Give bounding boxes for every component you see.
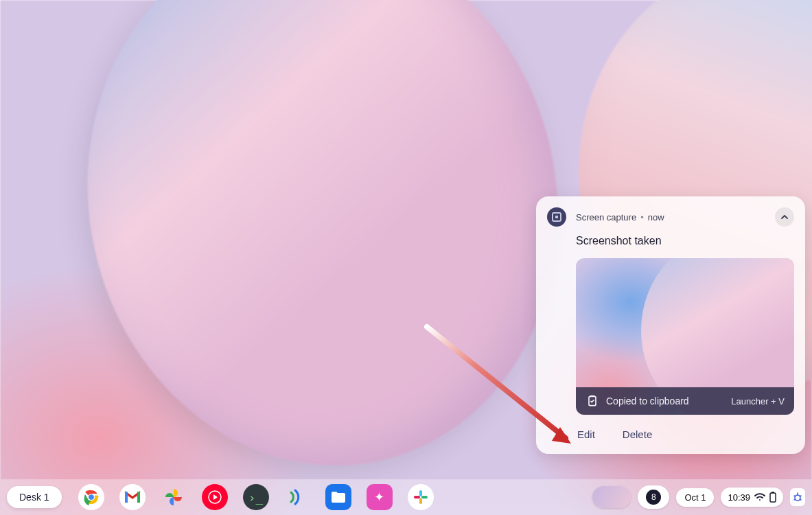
collapse-button[interactable]	[775, 207, 794, 227]
design-app-icon[interactable]: ✦	[367, 484, 393, 510]
gmail-app-icon[interactable]	[119, 484, 146, 510]
clipboard-shortcut: Launcher + V	[731, 396, 785, 407]
notifications-count: 8	[646, 490, 661, 505]
notification-header: Screen capture • now	[547, 207, 794, 227]
date-label: Oct 1	[684, 492, 706, 503]
slack-app-icon[interactable]	[408, 484, 434, 510]
notification-time: now	[648, 212, 664, 222]
files-app-icon[interactable]	[325, 484, 351, 510]
notification-separator: •	[640, 212, 644, 222]
svg-rect-5	[137, 492, 140, 503]
chevron-up-icon	[780, 213, 789, 221]
tote-icon[interactable]	[592, 486, 631, 508]
battery-icon	[769, 492, 776, 503]
edit-button[interactable]: Edit	[576, 426, 596, 443]
clipboard-label: Copied to clipboard	[606, 396, 689, 407]
status-tray[interactable]: 10:39	[721, 488, 783, 507]
notifications-badge[interactable]: 8	[638, 485, 669, 509]
notification-actions: Edit Delete	[576, 426, 794, 443]
svg-rect-11	[770, 493, 776, 502]
youtube-music-app-icon[interactable]	[202, 484, 228, 510]
svg-rect-7	[419, 490, 422, 496]
chrome-app-icon[interactable]	[78, 484, 104, 510]
clipboard-status-bar: Copied to clipboard Launcher + V	[576, 387, 794, 415]
screen-capture-app-icon	[547, 207, 566, 227]
shelf-apps: ›_ ✦	[78, 484, 434, 510]
desk-label: Desk 1	[19, 492, 49, 503]
photos-app-icon[interactable]	[161, 484, 187, 510]
desk-switcher[interactable]: Desk 1	[7, 486, 62, 508]
shelf: Desk 1 ›_ ✦ 8 Oct 1	[0, 479, 812, 515]
svg-rect-9	[419, 498, 422, 504]
notification-title: Screenshot taken	[576, 235, 794, 247]
svg-point-13	[795, 495, 800, 501]
svg-rect-10	[414, 496, 420, 499]
wifi-icon	[754, 493, 765, 501]
terminal-app-icon[interactable]: ›_	[243, 484, 269, 510]
svg-rect-12	[772, 492, 774, 493]
svg-rect-8	[421, 496, 428, 499]
svg-rect-4	[125, 492, 128, 503]
shelf-status-area: 8 Oct 1 10:39	[592, 485, 805, 509]
notification-meta: Screen capture • now	[576, 212, 775, 222]
date-pill[interactable]: Oct 1	[676, 488, 714, 507]
delete-button[interactable]: Delete	[621, 426, 653, 443]
notification-app-name: Screen capture	[576, 212, 636, 222]
voice-app-icon[interactable]	[284, 484, 310, 510]
time-label: 10:39	[728, 492, 750, 503]
clipboard-icon	[585, 394, 599, 408]
feedback-icon[interactable]	[790, 488, 805, 506]
screenshot-preview[interactable]: Copied to clipboard Launcher + V	[576, 258, 794, 415]
screenshot-notification: Screen capture • now Screenshot taken Co…	[536, 196, 805, 454]
